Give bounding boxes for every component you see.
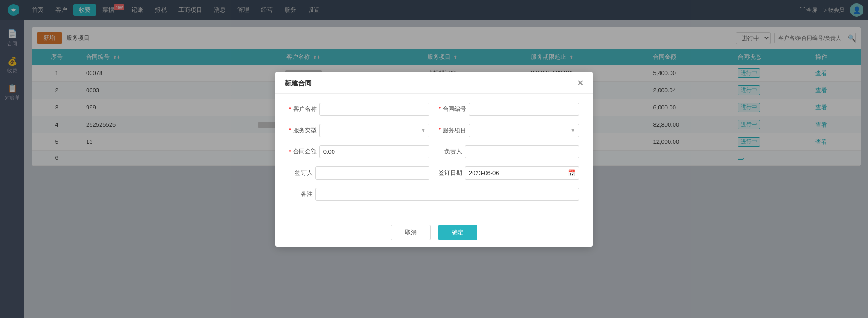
- field-responsible: 负责人: [439, 145, 579, 158]
- field-customer: 客户名称: [289, 103, 429, 116]
- amount-input[interactable]: [319, 145, 429, 158]
- service-item-select[interactable]: [469, 124, 579, 137]
- field-signer: 签订人: [289, 166, 429, 180]
- field-remark: 备注: [289, 188, 579, 201]
- responsible-label: 负责人: [439, 147, 462, 156]
- modal-overlay[interactable]: 新建合同 ✕ 客户名称 合同编号 服务类型: [0, 0, 868, 318]
- field-service-type: 服务类型 ▼: [289, 124, 429, 137]
- contract-no-input[interactable]: [469, 103, 579, 116]
- sign-date-label: 签订日期: [439, 169, 462, 177]
- signer-label: 签订人: [289, 169, 313, 177]
- modal-title: 新建合同: [285, 79, 312, 88]
- modal-header: 新建合同 ✕: [275, 72, 593, 94]
- form-row-2: 服务类型 ▼ 服务项目 ▼: [289, 124, 579, 137]
- form-row-4: 签订人 签订日期 📅: [289, 166, 579, 180]
- responsible-input[interactable]: [465, 145, 579, 158]
- service-item-label: 服务项目: [439, 126, 466, 134]
- modal-body: 客户名称 合同编号 服务类型 ▼ 服务项目: [275, 94, 593, 218]
- remark-input[interactable]: [315, 188, 579, 201]
- field-sign-date: 签订日期 📅: [439, 166, 579, 180]
- service-type-select-wrap: ▼: [319, 124, 429, 137]
- field-amount: 合同金额: [289, 145, 429, 158]
- sign-date-input[interactable]: [465, 166, 579, 180]
- form-row-3: 合同金额 负责人: [289, 145, 579, 158]
- field-service-item: 服务项目 ▼: [439, 124, 579, 137]
- service-type-label: 服务类型: [289, 126, 317, 134]
- sign-date-wrap: 📅: [465, 166, 579, 180]
- amount-label: 合同金额: [289, 147, 317, 156]
- cancel-button[interactable]: 取消: [391, 225, 431, 240]
- signer-input[interactable]: [315, 166, 429, 180]
- customer-label: 客户名称: [289, 105, 317, 113]
- new-contract-modal: 新建合同 ✕ 客户名称 合同编号 服务类型: [275, 72, 593, 247]
- customer-input[interactable]: [319, 103, 429, 116]
- remark-label: 备注: [289, 190, 313, 198]
- form-row-1: 客户名称 合同编号: [289, 103, 579, 116]
- service-type-select[interactable]: [319, 124, 429, 137]
- confirm-button[interactable]: 确定: [438, 225, 477, 240]
- contract-no-label: 合同编号: [439, 105, 466, 113]
- form-row-5: 备注: [289, 188, 579, 201]
- modal-close-button[interactable]: ✕: [577, 79, 583, 87]
- field-contract-no: 合同编号: [439, 103, 579, 116]
- service-item-select-wrap: ▼: [469, 124, 579, 137]
- modal-footer: 取消 确定: [275, 218, 593, 247]
